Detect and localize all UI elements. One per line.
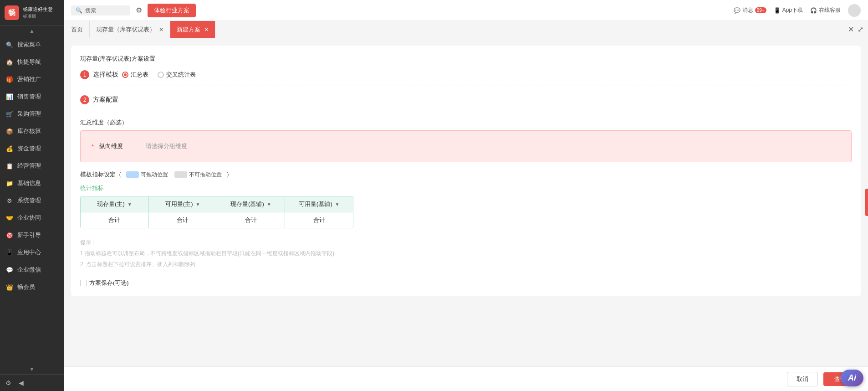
main-area: 🔍 ⚙ 体验行业方案 💬 消息 99+ 📱 App下载 🎧 在线客服 (64, 0, 868, 391)
topbar-search-input[interactable] (85, 7, 122, 14)
dimension-name: 纵向维度 (99, 142, 123, 150)
tip-item-1: 2. 点击标题栏下拉可设置排序、插入列和删除列 (80, 259, 852, 270)
panel-title: 现存量(库存状况表)方案设置 (80, 55, 852, 63)
app-download-button[interactable]: 📱 App下载 (774, 6, 803, 14)
stats-header-row: 现存量(主) ▼ 可用量(主) ▼ 现存量(基辅) ▼ (81, 196, 353, 212)
sidebar-item-quicknav[interactable]: 🏠 快捷导航 (0, 53, 64, 71)
sidebar-item-inventory[interactable]: 📦 库存核算 (0, 123, 64, 140)
radio-summary-circle (122, 72, 128, 78)
gift-icon: 🎁 (5, 75, 14, 83)
folder-icon: 📁 (5, 179, 14, 187)
sidebar-item-finance[interactable]: 💰 资金管理 (0, 140, 64, 157)
template-radio-group: 汇总表 交叉统计表 (122, 71, 196, 79)
tab-inventory[interactable]: 现存量（库存状况表） ✕ (90, 21, 170, 38)
save-checkbox[interactable] (80, 280, 87, 286)
sidebar-item-wechat[interactable]: 💬 企业微信 (0, 261, 64, 278)
stats-section: 统计指标 现存量(主) ▼ 可用量(主) ▼ (80, 184, 852, 230)
sidebar-item-system[interactable]: ⚙ 系统管理 (0, 192, 64, 209)
sidebar-item-marketing[interactable]: 🎁 营销推广 (0, 71, 64, 88)
sidebar-item-newbie[interactable]: 🎯 新手引导 (0, 226, 64, 244)
step2-badge: 2 (80, 95, 89, 104)
tab-expand-area: ✕ ⤢ (843, 25, 868, 34)
sidebar-item-search[interactable]: 🔍 搜索菜单 (0, 36, 64, 53)
clipboard-icon: 📋 (5, 162, 14, 170)
stats-col-2-header[interactable]: 现存量(基辅) ▼ (217, 196, 286, 212)
sidebar: 畅 畅康通好生意 标准版 ▲ 🔍 搜索菜单 🏠 快捷导航 🎁 营销推广 📊 销售… (0, 0, 64, 391)
bottom-collapse-icon[interactable]: ◀ (19, 379, 24, 386)
ai-bubble[interactable]: Ai (841, 370, 863, 386)
topbar-gear-icon[interactable]: ⚙ (136, 6, 142, 15)
stats-cell-0: 合计 (81, 212, 149, 228)
money-icon: 💰 (5, 144, 14, 153)
box-icon: 📦 (5, 127, 14, 135)
headphone-icon: 🎧 (810, 7, 817, 14)
tab-inventory-close[interactable]: ✕ (159, 26, 163, 33)
chat-icon: 💬 (5, 266, 14, 274)
topbar-right: 💬 消息 99+ 📱 App下载 🎧 在线客服 (734, 4, 861, 17)
step2-header: 2 方案配置 (80, 95, 852, 104)
sidebar-item-basic-info[interactable]: 📁 基础信息 (0, 175, 64, 192)
sidebar-item-app-center[interactable]: 📱 应用中心 (0, 244, 64, 261)
tab-expand-icon[interactable]: ⤢ (858, 25, 863, 34)
bottom-settings-icon[interactable]: ⚙ (5, 379, 11, 386)
target-icon: 🎯 (5, 231, 14, 239)
message-badge: 99+ (755, 7, 766, 13)
handshake-icon: 🤝 (5, 214, 14, 222)
stats-cell-1: 合计 (149, 212, 217, 228)
col-3-chevron-icon: ▼ (335, 202, 340, 207)
right-scroll-indicator (865, 189, 868, 216)
step1-section: 1 选择模板 汇总表 交叉统计表 (80, 70, 852, 86)
save-option: 方案保存(可选) (80, 279, 852, 287)
stats-col-3-header[interactable]: 可用量(基辅) ▼ (285, 196, 353, 212)
sidebar-bottom: ⚙ ◀ (0, 374, 64, 391)
stats-title: 统计指标 (80, 184, 852, 192)
save-label: 方案保存(可选) (89, 279, 129, 287)
tab-new-plan[interactable]: 新建方案 ✕ (170, 21, 215, 38)
logo-icon: 畅 (5, 5, 19, 20)
dimension-box: * 纵向维度 —— 请选择分组维度 (80, 130, 852, 162)
dimension-label: 汇总维度（必选） (80, 118, 852, 127)
messages-button[interactable]: 💬 消息 99+ (734, 6, 766, 14)
sidebar-scroll-down[interactable]: ▼ (29, 366, 35, 372)
sidebar-item-member[interactable]: 👑 畅会员 (0, 278, 64, 296)
indicator-settings: 模板指标设定（ 可拖动位置 不可拖动位置 ） (80, 170, 852, 179)
tab-new-plan-close[interactable]: ✕ (204, 26, 209, 33)
sidebar-item-operations[interactable]: 📋 经营管理 (0, 157, 64, 175)
mobile-icon: 📱 (5, 248, 14, 257)
user-avatar[interactable] (848, 4, 861, 17)
tips-section: 提示： 1.拖动标题栏可以调整布局，不可跨维度或指标区域拖动栏目字段(只能在同一… (80, 237, 852, 270)
step2-section: 2 方案配置 汇总维度（必选） * 纵向维度 —— 请选择分组维度 模板指标设定… (80, 95, 852, 270)
stats-col-1-header[interactable]: 可用量(主) ▼ (149, 196, 217, 212)
col-1-chevron-icon: ▼ (196, 202, 200, 207)
tip-item-0: 1.拖动标题栏可以调整布局，不可跨维度或指标区域拖动栏目字段(只能在同一维度或指… (80, 248, 852, 259)
toggle-blue-rect (126, 171, 139, 178)
topbar-search-icon: 🔍 (76, 7, 82, 14)
dimension-required-mark: * (92, 143, 94, 150)
crown-icon: 👑 (5, 283, 14, 291)
stats-col-0-header[interactable]: 现存量(主) ▼ (81, 196, 149, 212)
home-icon: 🏠 (5, 58, 14, 66)
topbar-search-box[interactable]: 🔍 (71, 5, 130, 15)
dimension-placeholder[interactable]: 请选择分组维度 (146, 142, 187, 150)
tab-home[interactable]: 首页 (64, 21, 90, 38)
toggle-draggable: 可拖动位置 (126, 171, 168, 179)
sidebar-item-sales[interactable]: 📊 销售管理 (0, 88, 64, 105)
step1-header: 1 选择模板 汇总表 交叉统计表 (80, 70, 852, 79)
sidebar-item-enterprise[interactable]: 🤝 企业协同 (0, 209, 64, 226)
stats-cell-3: 合计 (285, 212, 353, 228)
dimension-dash: —— (128, 143, 140, 150)
topbar-cta-button[interactable]: 体验行业方案 (148, 4, 196, 17)
radio-cross[interactable]: 交叉统计表 (158, 71, 196, 79)
download-icon: 📱 (774, 7, 781, 14)
sidebar-item-purchase[interactable]: 🛒 采购管理 (0, 105, 64, 123)
sidebar-nav: 🔍 搜索菜单 🏠 快捷导航 🎁 营销推广 📊 销售管理 🛒 采购管理 📦 库存核… (0, 36, 64, 364)
customer-service-button[interactable]: 🎧 在线客服 (810, 6, 841, 14)
col-0-chevron-icon: ▼ (128, 202, 132, 207)
sidebar-scroll-up[interactable]: ▲ (29, 28, 35, 34)
cancel-button[interactable]: 取消 (787, 372, 818, 386)
radio-summary[interactable]: 汇总表 (122, 71, 148, 79)
stats-data-row: 合计 合计 合计 合计 (81, 212, 353, 228)
tab-close-panel-icon[interactable]: ✕ (848, 25, 854, 34)
tab-bar: 首页 现存量（库存状况表） ✕ 新建方案 ✕ ✕ ⤢ (64, 21, 868, 38)
topbar-left: 🔍 ⚙ 体验行业方案 (71, 4, 196, 17)
